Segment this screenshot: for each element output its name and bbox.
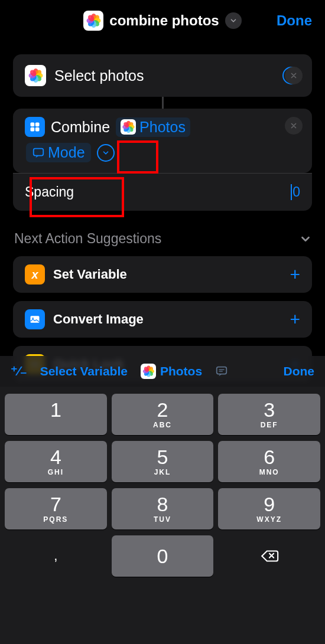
add-suggestion-button[interactable]: + xyxy=(290,264,300,285)
suggestion-label: Convert Image xyxy=(53,312,290,327)
combine-icon xyxy=(25,117,45,137)
spacing-field[interactable]: Spacing 0 xyxy=(13,173,312,211)
keyboard-row-4: , 0 xyxy=(5,535,320,577)
key-7[interactable]: 7PQRS xyxy=(5,488,107,529)
combine-label: Combine xyxy=(51,119,110,136)
chevron-down-icon xyxy=(229,17,238,25)
chevron-down-icon xyxy=(102,149,110,157)
key-9[interactable]: 9WXYZ xyxy=(218,488,320,529)
photos-icon xyxy=(25,65,46,86)
keyboard-row: 7PQRS8TUV9WXYZ xyxy=(5,488,320,529)
delete-action-button[interactable] xyxy=(285,117,303,135)
select-variable-button[interactable]: Select Variable xyxy=(40,364,128,378)
numeric-keyboard: 1 2ABC3DEF4GHI5JKL6MNO7PQRS8TUV9WXYZ , 0 xyxy=(0,387,325,644)
key-2[interactable]: 2ABC xyxy=(112,394,214,435)
chevron-down-icon xyxy=(299,233,312,246)
suggestion-item[interactable]: Convert Image+ xyxy=(13,301,312,338)
header: combine photos Done xyxy=(0,0,325,41)
shortcut-title: combine photos xyxy=(109,12,219,29)
keyboard-row: 4GHI5JKL6MNO xyxy=(5,441,320,482)
plus-minus-icon[interactable]: ⁺∕₋ xyxy=(11,364,27,379)
close-icon xyxy=(290,71,298,80)
varbar-photos-chip[interactable]: Photos xyxy=(141,364,202,379)
key-1[interactable]: 1 xyxy=(5,394,107,435)
mode-label: Mode xyxy=(48,144,85,161)
backspace-key[interactable] xyxy=(218,535,320,577)
photos-icon xyxy=(141,364,156,379)
select-photos-label: Select photos xyxy=(54,67,277,84)
key-4[interactable]: 4GHI xyxy=(5,441,107,482)
variable-bar: ⁺∕₋ Select Variable Photos Done xyxy=(0,356,325,387)
title-dropdown[interactable] xyxy=(225,12,242,29)
title-wrap: combine photos xyxy=(83,11,241,31)
done-button[interactable]: Done xyxy=(277,12,312,29)
content: Select photos Combine Photos Mode xyxy=(0,41,325,404)
spacing-label: Spacing xyxy=(25,184,74,200)
suggestion-label: Set Variable xyxy=(53,267,290,282)
svg-rect-3 xyxy=(35,128,40,132)
select-photos-action[interactable]: Select photos xyxy=(13,54,312,97)
svg-rect-0 xyxy=(31,123,35,127)
speech-bubble-icon xyxy=(32,146,45,159)
svg-rect-8 xyxy=(217,367,227,374)
spacing-value[interactable]: 0 xyxy=(292,184,300,200)
key-6[interactable]: 6MNO xyxy=(218,441,320,482)
key-8[interactable]: 8TUV xyxy=(112,488,214,529)
expand-options-button[interactable] xyxy=(97,144,115,162)
svg-rect-1 xyxy=(35,123,40,127)
shortcut-icon xyxy=(83,11,103,31)
key-5[interactable]: 5JKL xyxy=(112,441,214,482)
suggestions-header[interactable]: Next Action Suggestions xyxy=(14,231,312,247)
images-variable-label: Photos xyxy=(139,119,186,136)
text-cursor xyxy=(291,184,292,200)
images-variable[interactable]: Photos xyxy=(116,117,190,137)
svg-point-6 xyxy=(32,318,34,319)
varbar-photos-label: Photos xyxy=(160,364,202,378)
mode-row: Mode xyxy=(25,143,300,162)
combine-images-action: Combine Photos Mode xyxy=(13,109,312,173)
connector-line xyxy=(162,97,164,109)
keyboard-rows: 1 2ABC3DEF4GHI5JKL6MNO7PQRS8TUV9WXYZ xyxy=(5,394,320,529)
combine-row: Combine Photos xyxy=(25,117,300,137)
delete-action-button[interactable] xyxy=(285,67,303,84)
keyboard-row: 1 2ABC3DEF xyxy=(5,394,320,435)
suggestion-icon: x xyxy=(25,264,45,285)
backspace-icon xyxy=(259,546,280,566)
suggestions-heading: Next Action Suggestions xyxy=(14,231,161,247)
mode-variable[interactable]: Mode xyxy=(26,143,91,162)
key-3[interactable]: 3DEF xyxy=(218,394,320,435)
ask-icon[interactable] xyxy=(215,365,228,378)
comma-key[interactable]: , xyxy=(5,535,107,577)
svg-rect-5 xyxy=(31,316,40,323)
svg-rect-2 xyxy=(31,128,35,132)
key-0[interactable]: 0 xyxy=(112,535,214,577)
close-icon xyxy=(290,122,298,130)
suggestion-item[interactable]: xSet Variable+ xyxy=(13,256,312,293)
suggestion-icon xyxy=(25,309,45,329)
add-suggestion-button[interactable]: + xyxy=(290,309,300,329)
svg-rect-4 xyxy=(34,148,44,155)
photos-icon xyxy=(121,119,136,135)
varbar-done-button[interactable]: Done xyxy=(284,364,315,378)
